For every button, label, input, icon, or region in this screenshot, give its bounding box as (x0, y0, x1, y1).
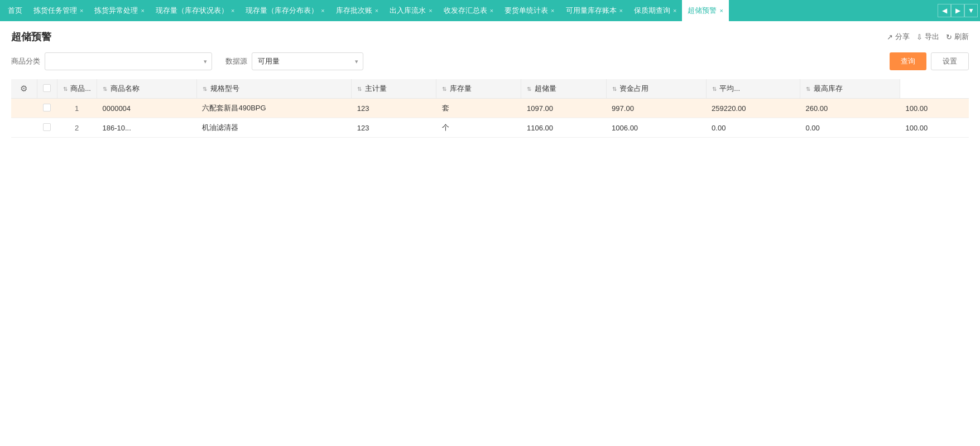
share-button[interactable]: ↗ 分享 (887, 32, 910, 42)
nav-item-stock-dist[interactable]: 现存量（库存分布表） × (240, 0, 330, 21)
table-row: 10000004六配套新昌490BPG123套1097.00997.002592… (11, 99, 969, 118)
close-icon[interactable]: × (719, 7, 723, 14)
nav-arrow-more[interactable]: ▼ (964, 4, 978, 17)
row-avg-1: 0.00 (800, 118, 900, 138)
close-icon[interactable]: × (141, 7, 144, 14)
query-button[interactable]: 查询 (890, 52, 926, 70)
row-max-stock-1: 100.00 (900, 118, 969, 138)
col-header-checkbox[interactable] (37, 79, 57, 99)
data-table: ⚙ ⇅ 商品... ⇅ 商品名称 ⇅ 规格型号 ⇅ (11, 79, 969, 138)
sort-icon: ⇅ (357, 86, 362, 92)
col-header-spec[interactable]: ⇅ 规格型号 (196, 79, 351, 99)
close-icon[interactable]: × (375, 7, 378, 14)
col-header-overstock[interactable]: ⇅ 超储量 (521, 79, 606, 99)
row-overstock-0: 997.00 (606, 99, 706, 118)
row-unit-0: 套 (436, 99, 521, 118)
sort-icon: ⇅ (612, 86, 617, 92)
category-label: 商品分类 (11, 56, 40, 66)
row-product-name-1: 机油滤清器 (196, 118, 351, 138)
close-icon[interactable]: × (673, 7, 676, 14)
close-icon[interactable]: × (429, 7, 432, 14)
row-index-1: 2 (57, 118, 97, 138)
share-icon: ↗ (887, 33, 893, 41)
datasource-label: 数据源 (225, 56, 247, 66)
sort-icon: ⇅ (63, 86, 68, 92)
nav-item-home[interactable]: 首页 (2, 0, 28, 21)
nav-item-available[interactable]: 可用量库存账本 × (560, 0, 628, 21)
chevron-down-icon: ▾ (204, 58, 207, 65)
page-header: 超储预警 ↗ 分享 ⇩ 导出 ↻ 刷新 (11, 30, 969, 43)
row-capital-0: 259220.00 (706, 99, 800, 118)
close-icon[interactable]: × (321, 7, 324, 14)
export-button[interactable]: ⇩ 导出 (916, 32, 939, 42)
category-select[interactable]: ▾ (45, 52, 212, 70)
page-content: 超储预警 ↗ 分享 ⇩ 导出 ↻ 刷新 商品分类 ▾ 数据源 (0, 21, 980, 446)
nav-item-quality[interactable]: 保质期查询 × (628, 0, 682, 21)
table-row: 2186-10...机油滤清器123个1106.001006.000.000.0… (11, 118, 969, 138)
row-avg-0: 260.00 (800, 99, 900, 118)
row-gear-1 (11, 118, 37, 138)
row-stock-1: 1106.00 (521, 118, 606, 138)
refresh-button[interactable]: ↻ 刷新 (946, 32, 969, 42)
refresh-icon: ↻ (946, 33, 952, 41)
close-icon[interactable]: × (551, 7, 554, 14)
nav-arrows: ◀ ▶ ▼ (938, 4, 978, 17)
row-spec-1: 123 (352, 118, 436, 138)
close-icon[interactable]: × (490, 7, 493, 14)
col-header-product-name[interactable]: ⇅ 商品名称 (97, 79, 196, 99)
col-header-avg[interactable]: ⇅ 平均... (706, 79, 800, 99)
page-title: 超储预警 (11, 30, 51, 43)
sort-icon: ⇅ (806, 86, 810, 92)
row-product-code-0: 0000004 (97, 99, 196, 118)
chevron-down-icon: ▾ (355, 58, 358, 65)
sort-icon: ⇅ (442, 86, 446, 92)
row-checkbox-0[interactable] (37, 99, 57, 118)
close-icon[interactable]: × (80, 7, 83, 14)
row-spec-0: 123 (352, 99, 436, 118)
row-select-checkbox[interactable] (43, 123, 51, 131)
top-nav: 首页 拣货任务管理 × 拣货异常处理 × 现存量（库存状况表） × 现存量（库存… (0, 0, 980, 21)
gear-icon[interactable]: ⚙ (20, 84, 27, 93)
row-product-name-0: 六配套新昌490BPG (196, 99, 351, 118)
row-select-checkbox[interactable] (43, 104, 51, 112)
row-capital-1: 0.00 (706, 118, 800, 138)
nav-item-task[interactable]: 拣货任务管理 × (28, 0, 89, 21)
col-header-max-stock[interactable]: ⇅ 最高库存 (800, 79, 900, 99)
nav-item-batch[interactable]: 库存批次账 × (330, 0, 384, 21)
row-checkbox-1[interactable] (37, 118, 57, 138)
row-overstock-1: 1006.00 (606, 118, 706, 138)
row-product-code-1: 186-10... (97, 118, 196, 138)
nav-arrow-right[interactable]: ▶ (951, 4, 964, 17)
col-header-settings[interactable]: ⚙ (11, 79, 37, 99)
nav-arrow-left[interactable]: ◀ (938, 4, 951, 17)
filter-datasource: 数据源 可用量 ▾ (225, 52, 363, 70)
export-icon: ⇩ (916, 33, 923, 41)
sort-icon: ⇅ (712, 86, 717, 92)
select-all-checkbox[interactable] (43, 84, 51, 92)
nav-item-overstock[interactable]: 超储预警 × (682, 0, 728, 21)
nav-item-exception[interactable]: 拣货异常处理 × (89, 0, 150, 21)
row-stock-0: 1097.00 (521, 99, 606, 118)
sort-icon: ⇅ (527, 86, 531, 92)
row-unit-1: 个 (436, 118, 521, 138)
row-gear-0 (11, 99, 37, 118)
close-icon[interactable]: × (619, 7, 623, 14)
nav-item-stock-status[interactable]: 现存量（库存状况表） × (150, 0, 240, 21)
col-header-product-code[interactable]: ⇅ 商品... (57, 79, 97, 99)
sort-icon: ⇅ (203, 86, 207, 92)
nav-item-order-stat[interactable]: 要货单统计表 × (499, 0, 560, 21)
row-index-0: 1 (57, 99, 97, 118)
row-max-stock-0: 100.00 (900, 99, 969, 118)
close-icon[interactable]: × (231, 7, 234, 14)
filter-category: 商品分类 ▾ (11, 52, 212, 70)
datasource-value: 可用量 (258, 56, 280, 66)
settings-button[interactable]: 设置 (931, 52, 969, 70)
nav-item-inout[interactable]: 出入库流水 × (384, 0, 438, 21)
datasource-select[interactable]: 可用量 ▾ (252, 52, 363, 70)
col-header-stock[interactable]: ⇅ 库存量 (436, 79, 521, 99)
header-actions: ↗ 分享 ⇩ 导出 ↻ 刷新 (887, 32, 969, 42)
nav-item-summary[interactable]: 收发存汇总表 × (438, 0, 499, 21)
col-header-unit[interactable]: ⇅ 主计量 (352, 79, 436, 99)
filter-actions: 查询 设置 (890, 52, 969, 70)
col-header-capital[interactable]: ⇅ 资金占用 (606, 79, 706, 99)
